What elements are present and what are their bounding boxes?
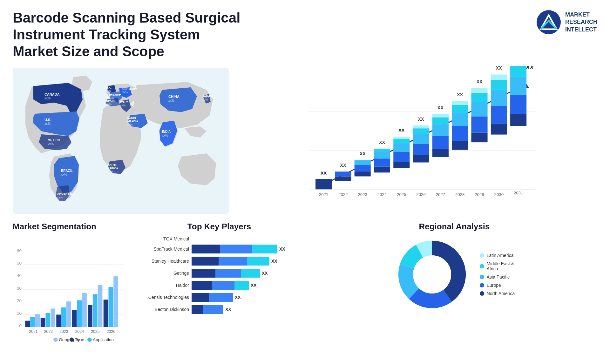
svg-rect-55 <box>374 167 390 172</box>
svg-text:SOUTH: SOUTH <box>107 164 118 167</box>
legend-dot-northamerica <box>480 291 484 296</box>
title-block: Barcode Scanning Based Surgical Instrume… <box>13 10 299 60</box>
svg-rect-57 <box>374 152 390 158</box>
svg-text:U.S.: U.S. <box>44 118 51 122</box>
svg-text:2026: 2026 <box>107 329 116 334</box>
svg-rect-123 <box>25 321 30 327</box>
svg-rect-97 <box>491 106 507 124</box>
legend-dot-latinamerica <box>480 253 484 258</box>
svg-rect-131 <box>56 315 61 327</box>
svg-text:Geography: Geography <box>59 337 80 342</box>
svg-rect-65 <box>393 137 410 139</box>
player-xx: XX <box>279 246 285 252</box>
legend-label: Asia Pacific <box>487 274 510 280</box>
svg-rect-137 <box>82 293 87 327</box>
segmentation-chart: 0 10 20 30 40 50 60 2021 2022 <box>13 235 127 352</box>
svg-rect-104 <box>510 95 526 114</box>
svg-text:2027: 2027 <box>436 192 445 197</box>
svg-rect-136 <box>77 300 82 327</box>
svg-text:10: 10 <box>17 311 22 316</box>
svg-point-159 <box>413 255 451 293</box>
svg-rect-92 <box>471 93 487 102</box>
svg-rect-129 <box>51 309 55 327</box>
player-name: Censis Technologies <box>140 295 189 300</box>
svg-text:2028: 2028 <box>455 192 465 197</box>
player-name: Haldor <box>140 283 189 288</box>
svg-text:2024: 2024 <box>75 329 84 334</box>
svg-text:xx%: xx% <box>202 98 208 102</box>
legend-dot-mea <box>480 264 484 268</box>
segmentation-section: Market Segmentation 0 10 20 30 40 50 60 … <box>13 222 127 364</box>
svg-text:xx%: xx% <box>57 196 63 199</box>
svg-rect-75 <box>432 149 449 157</box>
svg-text:2026: 2026 <box>416 192 426 197</box>
regional-title: Regional Analysis <box>311 222 597 232</box>
svg-text:XX: XX <box>526 66 534 71</box>
player-name: TGX Medical <box>140 236 189 241</box>
legend-item-europe: Europe <box>480 283 515 288</box>
svg-text:2021: 2021 <box>29 329 38 334</box>
svg-text:30: 30 <box>17 286 22 291</box>
segmentation-title: Market Segmentation <box>13 222 127 232</box>
svg-rect-58 <box>374 149 390 152</box>
svg-text:0: 0 <box>19 323 22 328</box>
player-bar-container: XX <box>192 257 277 266</box>
svg-text:SPAIN: SPAIN <box>106 99 115 103</box>
svg-text:40: 40 <box>17 273 22 278</box>
svg-rect-99 <box>491 80 507 90</box>
legend-item-asiapacific: Asia Pacific <box>480 274 515 280</box>
player-xx: XX <box>271 259 277 264</box>
bottom-content: Market Segmentation 0 10 20 30 40 50 60 … <box>0 215 610 364</box>
svg-text:ITALY: ITALY <box>120 101 128 104</box>
svg-rect-43 <box>315 179 332 190</box>
player-row-stanleyhealthcare: Stanley Healthcare XX <box>140 257 299 266</box>
svg-rect-127 <box>41 318 45 327</box>
svg-rect-145 <box>113 277 118 327</box>
svg-text:xx%: xx% <box>127 123 132 126</box>
svg-text:2025: 2025 <box>397 192 406 197</box>
logo-block: MARKETRESEARCHINTELLECT <box>536 10 597 35</box>
svg-text:50: 50 <box>17 261 22 266</box>
svg-rect-100 <box>491 75 507 80</box>
svg-rect-70 <box>413 134 429 144</box>
svg-text:XX: XX <box>457 92 463 97</box>
svg-rect-106 <box>510 66 526 77</box>
svg-text:2030: 2030 <box>494 192 504 197</box>
svg-rect-85 <box>452 105 468 113</box>
svg-rect-69 <box>413 144 429 156</box>
legend-label: Latin America <box>487 253 514 258</box>
svg-text:XX: XX <box>476 79 483 84</box>
svg-text:MEXICO: MEXICO <box>48 138 60 142</box>
svg-text:BRAZIL: BRAZIL <box>61 169 73 172</box>
player-name: SpaTrack Medical <box>140 246 189 252</box>
svg-rect-91 <box>471 102 487 117</box>
svg-rect-90 <box>471 117 487 133</box>
players-section: Top Key Players TGX Medical SpaTrack Med… <box>140 222 299 364</box>
player-row-censistechnologies: Censis Technologies XX <box>140 293 299 302</box>
player-row-getinge: Getinge XX <box>140 269 299 278</box>
svg-rect-103 <box>510 114 526 126</box>
svg-text:xx%: xx% <box>61 173 67 176</box>
page-title: Barcode Scanning Based Surgical Instrume… <box>13 10 299 60</box>
regional-section: Regional Analysis <box>311 222 597 364</box>
svg-rect-79 <box>432 114 449 118</box>
svg-text:U.K.: U.K. <box>106 86 112 89</box>
donut-container: Latin America Middle East &Africa Asia P… <box>311 236 597 313</box>
svg-text:2022: 2022 <box>338 192 348 197</box>
legend-label: Middle East &Africa <box>487 261 514 271</box>
legend-dot-europe <box>480 283 484 287</box>
svg-rect-86 <box>452 101 468 105</box>
svg-text:XX: XX <box>379 140 385 145</box>
player-row-haldor: Haldor XX <box>140 281 299 290</box>
player-xx: XX <box>225 307 231 312</box>
player-xx: XX <box>262 271 268 276</box>
player-bar-container: XX <box>192 269 268 278</box>
svg-text:xx%: xx% <box>162 134 168 137</box>
player-row-bectondickinson: Becton Dickinson XX <box>140 305 299 314</box>
svg-rect-52 <box>355 160 371 165</box>
svg-rect-135 <box>72 310 77 327</box>
svg-text:2024: 2024 <box>377 192 387 197</box>
svg-text:FRANCE: FRANCE <box>109 94 121 97</box>
svg-text:xx%: xx% <box>48 142 54 146</box>
top-content: CANADA xx% U.S. xx% MEXICO xx% BRAZIL xx… <box>0 63 610 215</box>
